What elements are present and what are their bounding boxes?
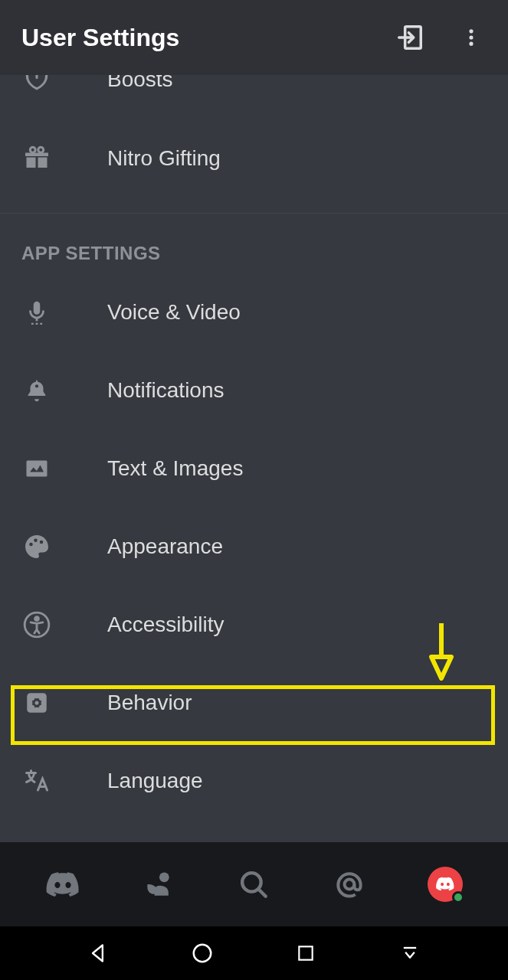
settings-item-voice-video[interactable]: Voice & Video [0,273,508,351]
mic-icon [21,297,52,328]
status-online-dot [452,891,464,903]
svg-rect-4 [27,158,36,168]
svg-point-22 [34,701,38,704]
settings-content: Boosts Nitro Gifting APP SETTINGS [0,75,508,842]
accessibility-icon [21,609,52,640]
svg-point-17 [40,541,44,544]
settings-item-language[interactable]: Language [0,742,508,820]
svg-rect-28 [300,946,313,959]
translate-icon [21,766,52,796]
settings-item-label: Appearance [107,534,223,559]
login-icon[interactable] [395,22,425,53]
svg-point-7 [30,147,35,152]
svg-rect-9 [34,302,41,315]
shield-boost-icon [21,75,52,92]
svg-point-3 [469,42,473,46]
palette-icon [21,531,52,562]
settings-item-label: Nitro Gifting [107,146,221,171]
svg-line-25 [259,890,266,897]
nav-avatar[interactable] [422,861,468,907]
system-home-button[interactable] [187,938,218,969]
settings-item-text-images[interactable]: Text & Images [0,430,508,508]
settings-item-label: Language [107,769,203,793]
svg-rect-6 [25,153,48,157]
settings-item-nitro-gifting[interactable]: Nitro Gifting [0,119,508,198]
section-header-app-settings: APP SETTINGS [0,214,508,273]
header-actions [395,22,487,53]
bottom-nav [0,842,508,926]
svg-point-23 [159,872,169,882]
nav-search-icon[interactable] [231,861,277,907]
settings-item-label: Behavior [107,691,192,715]
svg-point-16 [34,539,38,543]
svg-point-19 [35,617,39,621]
nav-friends-icon[interactable] [136,861,182,907]
settings-item-boosts[interactable]: Boosts [0,75,508,119]
nav-mentions-icon[interactable] [326,861,372,907]
system-dropdown-button[interactable] [395,938,425,969]
svg-point-2 [469,35,473,39]
svg-point-1 [469,29,473,33]
overflow-menu-icon[interactable] [456,22,487,53]
nav-discord-icon[interactable] [40,861,86,907]
settings-item-behavior[interactable]: Behavior [0,664,508,742]
settings-item-label: Voice & Video [107,300,241,325]
settings-item-label: Boosts [107,75,173,92]
settings-item-label: Notifications [107,378,225,403]
header: User Settings [0,0,508,75]
settings-item-label: Accessibility [107,612,224,637]
system-recents-button[interactable] [290,938,321,969]
gear-icon [21,688,52,718]
settings-item-label: Text & Images [107,456,243,481]
settings-item-notifications[interactable]: Notifications [0,351,508,430]
settings-item-appearance[interactable]: Appearance [0,508,508,586]
svg-rect-5 [38,158,48,168]
svg-point-8 [38,147,44,152]
svg-rect-14 [27,461,48,477]
svg-point-15 [29,543,33,547]
settings-item-accessibility[interactable]: Accessibility [0,586,508,664]
svg-point-13 [35,384,38,387]
page-title: User Settings [21,24,179,52]
gift-icon [21,143,52,174]
image-icon [21,453,52,484]
avatar-icon [428,867,463,902]
svg-point-27 [193,945,211,962]
bell-icon [21,375,52,406]
system-back-button[interactable] [83,938,113,969]
system-nav [0,926,508,980]
